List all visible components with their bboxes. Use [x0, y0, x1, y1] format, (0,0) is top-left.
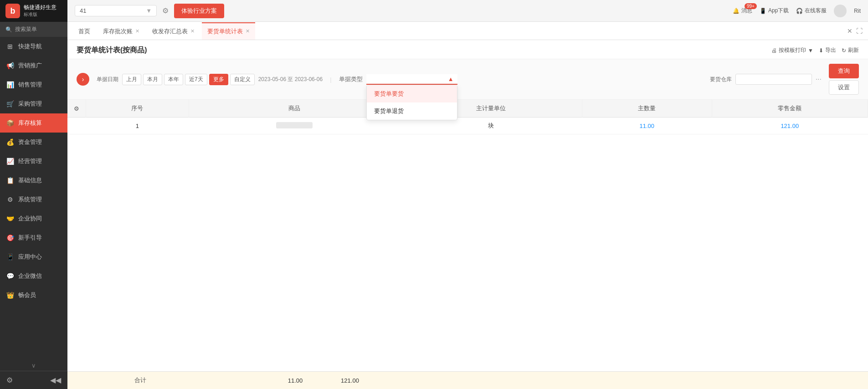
settings-btn[interactable]: 设置	[829, 80, 859, 95]
guide-icon: 🎯	[5, 233, 15, 242]
tab-receive-summary[interactable]: 收发存汇总表 ✕	[147, 22, 200, 40]
sidebar-item-purchase[interactable]: 🛒 采购管理	[0, 94, 67, 113]
sidebar-item-appcenter[interactable]: 📱 应用中心	[0, 247, 67, 266]
type-dropdown-menu: 要货单要货 要货单退货	[366, 85, 457, 120]
table-wrapper: ⚙ 序号 商品 主计量单位 主数量 零售金额 1	[67, 100, 868, 371]
footer-settings-icon[interactable]: ⚙	[6, 376, 13, 384]
headset-icon: 🎧	[796, 8, 803, 14]
dropdown-item-order-goods[interactable]: 要货单要货	[367, 85, 457, 102]
scroll-indicator: ∨	[0, 360, 67, 371]
date-btn-this-month[interactable]: 本月	[143, 74, 162, 85]
purchase-icon: 🛒	[5, 99, 15, 108]
sidebar-footer: ⚙ ◀◀	[0, 371, 67, 389]
sidebar-item-enterprise[interactable]: 🤝 企业协同	[0, 209, 67, 228]
tab-batch-account[interactable]: 库存批次账 ✕	[98, 22, 145, 40]
search-icon: 🔍	[5, 26, 12, 33]
sidebar-item-member[interactable]: 👑 畅会员	[0, 286, 67, 305]
sidebar-item-basic[interactable]: 📋 基础信息	[0, 171, 67, 190]
type-input[interactable]	[370, 76, 448, 82]
topbar-gear-icon[interactable]: ⚙	[162, 6, 169, 15]
date-btn-custom[interactable]: 自定义	[230, 74, 255, 85]
type-label: 单据类型	[339, 75, 363, 83]
gear-icon: ⚙	[74, 105, 79, 112]
product-name-placeholder	[276, 122, 313, 128]
col-no: 序号	[86, 100, 189, 118]
footer-amount: 121.00	[323, 377, 377, 384]
amount-link[interactable]: 121.00	[781, 123, 799, 129]
tab-expand-btn[interactable]: ✕	[847, 27, 853, 35]
chevron-down-icon: ▼	[808, 47, 813, 54]
quantity-link[interactable]: 11.00	[639, 123, 654, 129]
bell-icon: 🔔	[733, 8, 740, 14]
cell-amount: 121.00	[712, 118, 868, 134]
warehouse-more-icon[interactable]: ···	[816, 75, 822, 83]
date-btn-7days[interactable]: 近7天	[185, 74, 207, 85]
col-gear[interactable]: ⚙	[67, 100, 86, 118]
tab-order-stats[interactable]: 要货单统计表 ✕	[202, 22, 255, 40]
sidebar-item-sales[interactable]: 📊 销售管理	[0, 75, 67, 94]
col-amount: 零售金额	[712, 100, 868, 118]
main-area: 41 ▼ ⚙ 体验行业方案 🔔 消息 99+ 📱 App下载 🎧 在线客服 Ri…	[67, 0, 868, 389]
table-footer: 合计 11.00 121.00	[67, 371, 868, 389]
finance-icon: 💰	[5, 138, 15, 147]
quick-nav-icon: ⊞	[5, 42, 15, 51]
operations-icon: 📈	[5, 157, 15, 166]
sidebar: b 畅捷通好生意 标准版 🔍 搜索菜单 ⊞ 快捷导航 📢 营销推广 📊 销售管理…	[0, 0, 67, 389]
warehouse-filter: 要货仓库 ···	[710, 74, 822, 85]
member-icon: 👑	[5, 291, 15, 300]
type-select[interactable]: ▲	[366, 74, 457, 85]
sidebar-item-quick-nav[interactable]: ⊞ 快捷导航	[0, 37, 67, 56]
filter-bar: › 单据日期 上月 本月 本年 近7天 更多 自定义 2023-05-06 至 …	[67, 59, 868, 100]
company-selector[interactable]: 41 ▼	[75, 5, 157, 16]
tab-home[interactable]: 首页	[73, 22, 96, 40]
sidebar-nav: ⊞ 快捷导航 📢 营销推广 📊 销售管理 🛒 采购管理 📦 库存核算 💰 资金管…	[0, 37, 67, 360]
filter-divider-1: |	[330, 76, 331, 83]
topbar-right: 🔔 消息 99+ 📱 App下载 🎧 在线客服 Rit	[733, 5, 861, 17]
warehouse-input[interactable]	[735, 74, 812, 85]
footer-quantity: 11.00	[268, 377, 323, 384]
page-header: 要货单统计表(按商品) 🖨 按模板打印 ▼ ⬇ 导出 ↻ 刷新	[67, 40, 868, 59]
sidebar-item-finance[interactable]: 💰 资金管理	[0, 133, 67, 152]
sidebar-item-marketing[interactable]: 📢 营销推广	[0, 56, 67, 75]
date-label: 单据日期	[97, 76, 118, 83]
sidebar-logo: b 畅捷通好生意 标准版	[0, 0, 67, 22]
page-content: 要货单统计表(按商品) 🖨 按模板打印 ▼ ⬇ 导出 ↻ 刷新 ›	[67, 40, 868, 389]
footer-collapse-icon[interactable]: ◀◀	[50, 376, 61, 384]
search-menu[interactable]: 🔍 搜索菜单	[0, 22, 67, 37]
sidebar-item-guide[interactable]: 🎯 新手引导	[0, 228, 67, 247]
type-select-wrapper: ▲ 要货单要货 要货单退货	[366, 74, 457, 85]
industry-btn[interactable]: 体验行业方案	[174, 4, 224, 18]
inventory-icon: 📦	[5, 118, 15, 128]
table-header-row: ⚙ 序号 商品 主计量单位 主数量 零售金额	[67, 100, 868, 118]
tab-close-order-stats[interactable]: ✕	[246, 28, 250, 34]
table-row: 1 块 11.00 121.00	[67, 118, 868, 134]
page-header-actions: 🖨 按模板打印 ▼ ⬇ 导出 ↻ 刷新	[771, 46, 859, 54]
sidebar-item-inventory[interactable]: 📦 库存核算	[0, 113, 67, 133]
filter-expand-btn[interactable]: ›	[77, 73, 89, 86]
export-btn[interactable]: ⬇ 导出	[819, 46, 836, 54]
user-avatar[interactable]	[834, 5, 847, 17]
date-range-btns: 上月 本月 本年 近7天 更多 自定义	[122, 74, 255, 85]
print-template-btn[interactable]: 🖨 按模板打印 ▼	[771, 46, 813, 54]
sidebar-item-wechat[interactable]: 💬 企业微信	[0, 266, 67, 286]
date-btn-last-month[interactable]: 上月	[122, 74, 141, 85]
tab-close-receive[interactable]: ✕	[190, 28, 195, 34]
chevron-down-icon: ▼	[146, 7, 152, 14]
dropdown-item-order-return[interactable]: 要货单退货	[367, 102, 457, 120]
refresh-icon: ↻	[842, 47, 846, 54]
customer-service-btn[interactable]: 🎧 在线客服	[796, 7, 827, 15]
date-btn-more[interactable]: 更多	[209, 74, 228, 85]
messages-btn[interactable]: 🔔 消息 99+	[733, 7, 752, 15]
date-btn-this-year[interactable]: 本年	[164, 74, 183, 85]
sidebar-item-operations[interactable]: 📈 经营管理	[0, 152, 67, 171]
query-btn[interactable]: 查询	[829, 64, 859, 78]
topbar: 41 ▼ ⚙ 体验行业方案 🔔 消息 99+ 📱 App下载 🎧 在线客服 Ri…	[67, 0, 868, 22]
sidebar-item-system[interactable]: ⚙ 系统管理	[0, 190, 67, 209]
tab-maximize-btn[interactable]: ⛶	[856, 27, 863, 35]
app-download-btn[interactable]: 📱 App下载	[760, 7, 789, 15]
tab-close-batch[interactable]: ✕	[135, 28, 139, 34]
date-filter-group: 单据日期 上月 本月 本年 近7天 更多 自定义 2023-05-06 至 20…	[97, 74, 323, 85]
app-logo-text: 畅捷通好生意 标准版	[24, 4, 56, 18]
type-chevron-up-icon: ▲	[448, 76, 454, 82]
refresh-btn[interactable]: ↻ 刷新	[842, 46, 859, 54]
